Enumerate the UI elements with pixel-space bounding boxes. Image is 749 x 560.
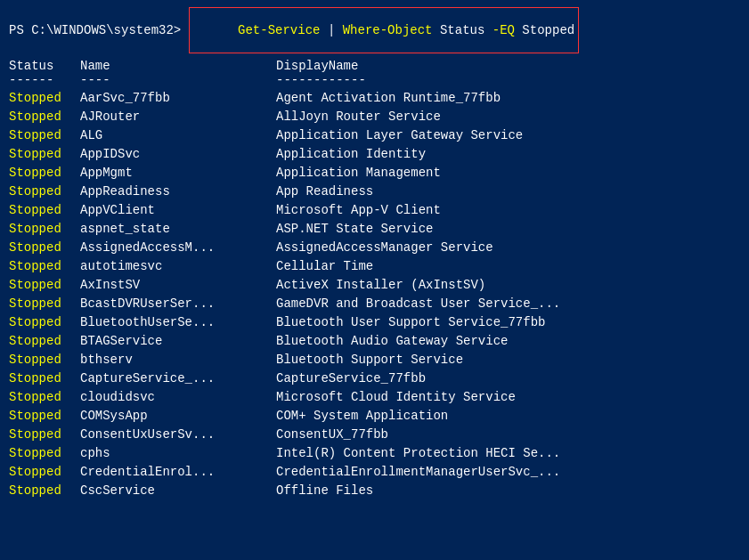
table-row: StoppedAppVClientMicrosoft App-V Client xyxy=(9,201,740,220)
cell-displayname: Bluetooth User Support Service_77fbb xyxy=(276,313,740,332)
cell-displayname: Bluetooth Audio Gateway Service xyxy=(276,332,740,351)
cell-name: cphs xyxy=(80,444,276,463)
cell-name: CredentialEnrol... xyxy=(80,463,276,482)
table-row: StoppedcloudidsvcMicrosoft Cloud Identit… xyxy=(9,388,740,407)
cell-displayname: Agent Activation Runtime_77fbb xyxy=(276,89,740,108)
cell-name: AppReadiness xyxy=(80,183,276,201)
cell-displayname: Intel(R) Content Protection HECI Se... xyxy=(276,444,740,463)
cell-status: Stopped xyxy=(9,257,80,276)
cell-name: AppVClient xyxy=(80,201,276,220)
cell-displayname: Microsoft Cloud Identity Service xyxy=(276,388,740,407)
cell-name: BTAGService xyxy=(80,332,276,351)
cmd-where-object: Where-Object xyxy=(343,23,433,37)
cell-status: Stopped xyxy=(9,126,80,145)
cell-status: Stopped xyxy=(9,444,80,463)
cell-status: Stopped xyxy=(9,332,80,351)
cell-status: Stopped xyxy=(9,426,80,444)
cell-status: Stopped xyxy=(9,239,80,257)
cell-status: Stopped xyxy=(9,369,80,388)
table-row: StoppedAppIDSvcApplication Identity xyxy=(9,145,740,164)
cmd-stopped-param: Stopped xyxy=(515,23,574,37)
table-header-row: Status Name DisplayName xyxy=(9,59,740,73)
cell-displayname: App Readiness xyxy=(276,183,740,201)
cell-displayname: Application Identity xyxy=(276,145,740,164)
table-row: StoppedBTAGServiceBluetooth Audio Gatewa… xyxy=(9,332,740,351)
cell-displayname: CredentialEnrollmentManagerUserSvc_... xyxy=(276,463,740,482)
cell-status: Stopped xyxy=(9,313,80,332)
cmd-eq: -EQ xyxy=(493,23,515,37)
table-row: StoppedbthservBluetooth Support Service xyxy=(9,351,740,369)
cell-displayname: ConsentUX_77fbb xyxy=(276,426,740,444)
cell-status: Stopped xyxy=(9,183,80,201)
table-divider-row: ------ ---- ------------ xyxy=(9,73,740,87)
cell-displayname: Microsoft App-V Client xyxy=(276,201,740,220)
cell-status: Stopped xyxy=(9,145,80,164)
divider-name: ---- xyxy=(80,73,276,87)
table-row: StoppedCscServiceOffline Files xyxy=(9,482,740,500)
command-box: Get-Service | Where-Object Status -EQ St… xyxy=(189,7,580,53)
prompt-line: PS C:\WINDOWS\system32> Get-Service | Wh… xyxy=(9,7,740,53)
table-row: StoppedBcastDVRUserSer...GameDVR and Bro… xyxy=(9,295,740,313)
cell-status: Stopped xyxy=(9,89,80,108)
cell-displayname: Offline Files xyxy=(276,482,740,500)
cell-status: Stopped xyxy=(9,201,80,220)
table-body: StoppedAarSvc_77fbbAgent Activation Runt… xyxy=(9,89,740,500)
table-row: StoppedCOMSysAppCOM+ System Application xyxy=(9,407,740,426)
cell-name: CscService xyxy=(80,482,276,500)
terminal-window: PS C:\WINDOWS\system32> Get-Service | Wh… xyxy=(9,7,740,500)
table-row: StoppedcphsIntel(R) Content Protection H… xyxy=(9,444,740,463)
table-row: StoppedAssignedAccessM...AssignedAccessM… xyxy=(9,239,740,257)
cell-name: AppIDSvc xyxy=(80,145,276,164)
table-row: StoppedBluetoothUserSe...Bluetooth User … xyxy=(9,313,740,332)
cell-name: BluetoothUserSe... xyxy=(80,313,276,332)
cell-displayname: AssignedAccessManager Service xyxy=(276,239,740,257)
cell-status: Stopped xyxy=(9,164,80,183)
table-row: StoppedALGApplication Layer Gateway Serv… xyxy=(9,126,740,145)
cell-name: AssignedAccessM... xyxy=(80,239,276,257)
table-row: StoppedAppReadinessApp Readiness xyxy=(9,183,740,201)
cell-status: Stopped xyxy=(9,463,80,482)
cell-displayname: Bluetooth Support Service xyxy=(276,351,740,369)
cell-status: Stopped xyxy=(9,276,80,295)
cell-name: AarSvc_77fbb xyxy=(80,89,276,108)
cmd-pipe: | xyxy=(320,23,342,37)
cell-status: Stopped xyxy=(9,220,80,239)
cmd-get-service: Get-Service xyxy=(238,23,320,37)
output-table: Status Name DisplayName ------ ---- ----… xyxy=(9,59,740,500)
cell-displayname: ActiveX Installer (AxInstSV) xyxy=(276,276,740,295)
cell-name: aspnet_state xyxy=(80,220,276,239)
table-row: StoppedAarSvc_77fbbAgent Activation Runt… xyxy=(9,89,740,108)
cell-name: COMSysApp xyxy=(80,407,276,426)
cell-name: CaptureService_... xyxy=(80,369,276,388)
cell-name: AxInstSV xyxy=(80,276,276,295)
table-row: StoppedAppMgmtApplication Management xyxy=(9,164,740,183)
cell-displayname: AllJoyn Router Service xyxy=(276,108,740,126)
prompt-path: PS C:\WINDOWS\system32> xyxy=(9,23,189,37)
divider-status: ------ xyxy=(9,73,80,87)
cell-displayname: GameDVR and Broadcast User Service_... xyxy=(276,295,740,313)
cell-displayname: Cellular Time xyxy=(276,257,740,276)
cell-name: ALG xyxy=(80,126,276,145)
cell-status: Stopped xyxy=(9,108,80,126)
cell-name: autotimesvc xyxy=(80,257,276,276)
header-status: Status xyxy=(9,59,80,73)
table-row: StoppedAJRouterAllJoyn Router Service xyxy=(9,108,740,126)
table-row: StoppedCaptureService_...CaptureService_… xyxy=(9,369,740,388)
cell-name: cloudidsvc xyxy=(80,388,276,407)
cell-displayname: Application Management xyxy=(276,164,740,183)
table-row: StoppedCredentialEnrol...CredentialEnrol… xyxy=(9,463,740,482)
header-displayname: DisplayName xyxy=(276,59,740,73)
table-row: Stoppedaspnet_stateASP.NET State Service xyxy=(9,220,740,239)
cell-name: BcastDVRUserSer... xyxy=(80,295,276,313)
cell-status: Stopped xyxy=(9,407,80,426)
cell-name: AJRouter xyxy=(80,108,276,126)
table-row: StoppedautotimesvcCellular Time xyxy=(9,257,740,276)
cmd-status: Status xyxy=(433,23,493,37)
cell-status: Stopped xyxy=(9,482,80,500)
cell-status: Stopped xyxy=(9,295,80,313)
table-row: StoppedConsentUxUserSv...ConsentUX_77fbb xyxy=(9,426,740,444)
cell-name: bthserv xyxy=(80,351,276,369)
cell-displayname: COM+ System Application xyxy=(276,407,740,426)
cell-status: Stopped xyxy=(9,351,80,369)
cell-displayname: Application Layer Gateway Service xyxy=(276,126,740,145)
